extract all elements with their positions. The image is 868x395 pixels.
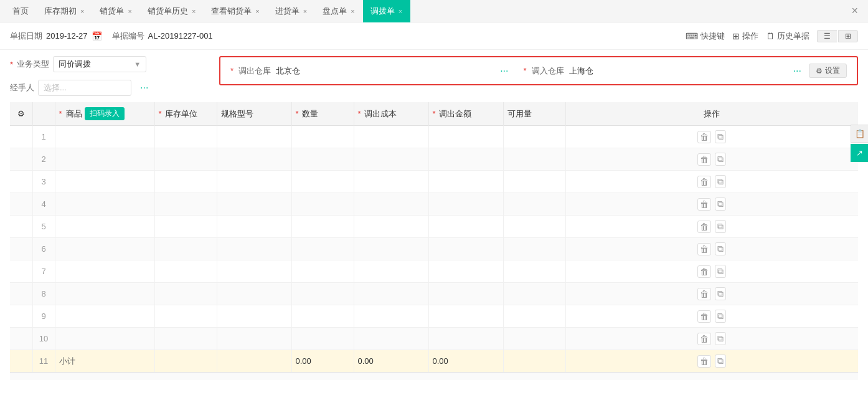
delete-icon[interactable]: 🗑: [697, 265, 711, 278]
cost-cell[interactable]: [354, 171, 428, 193]
available-cell[interactable]: [503, 193, 565, 216]
copy-icon[interactable]: ⧉: [715, 198, 726, 211]
quantity-cell[interactable]: [291, 193, 354, 216]
goods-cell[interactable]: [55, 238, 154, 260]
amount-cell[interactable]: [428, 193, 503, 216]
quantity-cell[interactable]: [291, 126, 354, 148]
quantity-cell[interactable]: [291, 260, 354, 283]
goods-cell[interactable]: [55, 171, 154, 193]
cost-cell[interactable]: [354, 126, 428, 148]
amount-cell[interactable]: [428, 260, 503, 283]
tab-sales-history[interactable]: 销货单历史 ×: [140, 0, 204, 22]
amount-cell[interactable]: [428, 238, 503, 260]
transfer-out-more-icon[interactable]: ···: [500, 65, 508, 77]
cost-cell[interactable]: [354, 148, 428, 171]
business-type-dropdown[interactable]: 同价调拨 ▼: [53, 56, 146, 72]
quantity-cell[interactable]: [291, 283, 354, 305]
tab-close-view-sales[interactable]: ×: [255, 7, 259, 15]
spec-cell[interactable]: [217, 126, 291, 148]
tab-close-inventory-init[interactable]: ×: [80, 7, 84, 15]
settings-button[interactable]: ⚙ 设置: [809, 64, 847, 78]
quantity-cell[interactable]: [291, 148, 354, 171]
available-cell[interactable]: [503, 260, 565, 283]
quantity-cell[interactable]: [291, 171, 354, 193]
goods-cell[interactable]: [55, 216, 154, 238]
unit-cell[interactable]: [154, 328, 217, 350]
transfer-in-more-icon[interactable]: ···: [793, 65, 801, 77]
delete-icon[interactable]: 🗑: [697, 288, 711, 300]
unit-cell[interactable]: [154, 216, 217, 238]
operator-more-icon[interactable]: ···: [140, 82, 148, 93]
shortcuts-btn[interactable]: ⌨ 快捷键: [686, 31, 725, 42]
cost-cell[interactable]: [354, 216, 428, 238]
copy-icon[interactable]: ⧉: [715, 153, 726, 166]
unit-cell[interactable]: [154, 171, 217, 193]
amount-cell[interactable]: [428, 216, 503, 238]
goods-cell[interactable]: [55, 193, 154, 216]
available-cell[interactable]: [503, 328, 565, 350]
spec-cell[interactable]: [217, 193, 291, 216]
tab-purchase-order[interactable]: 进货单 ×: [268, 0, 315, 22]
amount-cell[interactable]: [428, 328, 503, 350]
spec-cell[interactable]: [217, 171, 291, 193]
unit-cell[interactable]: [154, 193, 217, 216]
tab-close-sales-history[interactable]: ×: [192, 7, 196, 15]
tab-close-transfer[interactable]: ×: [399, 7, 402, 15]
goods-cell[interactable]: [55, 328, 154, 350]
copy-icon[interactable]: ⧉: [715, 175, 726, 188]
spec-cell[interactable]: [217, 283, 291, 305]
tab-inventory-init[interactable]: 库存期初 ×: [37, 0, 92, 22]
copy-icon[interactable]: ⧉: [715, 265, 726, 278]
delete-icon[interactable]: 🗑: [697, 355, 711, 368]
available-cell[interactable]: [503, 126, 565, 148]
horizontal-scrollbar[interactable]: [10, 373, 858, 380]
available-cell[interactable]: [503, 238, 565, 260]
copy-icon[interactable]: ⧉: [715, 310, 726, 323]
spec-cell[interactable]: [217, 238, 291, 260]
operator-dropdown[interactable]: 选择...: [38, 80, 131, 96]
copy-icon[interactable]: ⧉: [715, 332, 726, 345]
calendar-icon[interactable]: 📅: [92, 31, 102, 41]
delete-icon[interactable]: 🗑: [697, 176, 711, 188]
copy-icon[interactable]: ⧉: [715, 220, 726, 233]
tab-close-purchase-order[interactable]: ×: [303, 7, 307, 15]
available-cell[interactable]: [503, 283, 565, 305]
spec-cell[interactable]: [217, 148, 291, 171]
amount-cell[interactable]: [428, 305, 503, 328]
scan-button[interactable]: 扫码录入: [85, 107, 125, 120]
goods-cell[interactable]: [55, 148, 154, 171]
delete-icon[interactable]: 🗑: [697, 131, 711, 143]
copy-icon[interactable]: ⧉: [715, 130, 726, 143]
available-cell[interactable]: [503, 305, 565, 328]
delete-icon[interactable]: 🗑: [697, 153, 711, 166]
actions-btn[interactable]: ⊞ 操作: [732, 31, 758, 42]
amount-cell[interactable]: [428, 171, 503, 193]
tab-stocktake[interactable]: 盘点单 ×: [315, 0, 362, 22]
spec-cell[interactable]: [217, 328, 291, 350]
amount-cell[interactable]: [428, 148, 503, 171]
delete-icon[interactable]: 🗑: [697, 310, 711, 323]
available-cell[interactable]: [503, 148, 565, 171]
spec-cell[interactable]: [217, 260, 291, 283]
goods-cell[interactable]: [55, 126, 154, 148]
unit-cell[interactable]: [154, 148, 217, 171]
unit-cell[interactable]: [154, 126, 217, 148]
quantity-cell[interactable]: [291, 328, 354, 350]
history-btn[interactable]: 🗒 历史单据: [766, 31, 809, 42]
tab-transfer[interactable]: 调拨单 ×: [363, 0, 410, 22]
tab-close-sales-order[interactable]: ×: [128, 7, 131, 15]
spec-cell[interactable]: [217, 305, 291, 328]
quantity-cell[interactable]: [291, 305, 354, 328]
available-cell[interactable]: [503, 216, 565, 238]
cost-cell[interactable]: [354, 260, 428, 283]
goods-cell[interactable]: [55, 283, 154, 305]
float-notes-btn[interactable]: 📋: [851, 125, 868, 143]
tab-home[interactable]: 首页: [5, 0, 37, 22]
float-expand-btn[interactable]: ↗: [851, 144, 868, 162]
goods-cell[interactable]: [55, 260, 154, 283]
copy-icon[interactable]: ⧉: [715, 287, 726, 300]
th-settings[interactable]: ⚙: [10, 102, 32, 126]
tab-view-sales[interactable]: 查看销货单 ×: [204, 0, 267, 22]
tab-sales-order[interactable]: 销货单 ×: [92, 0, 139, 22]
cost-cell[interactable]: [354, 328, 428, 350]
